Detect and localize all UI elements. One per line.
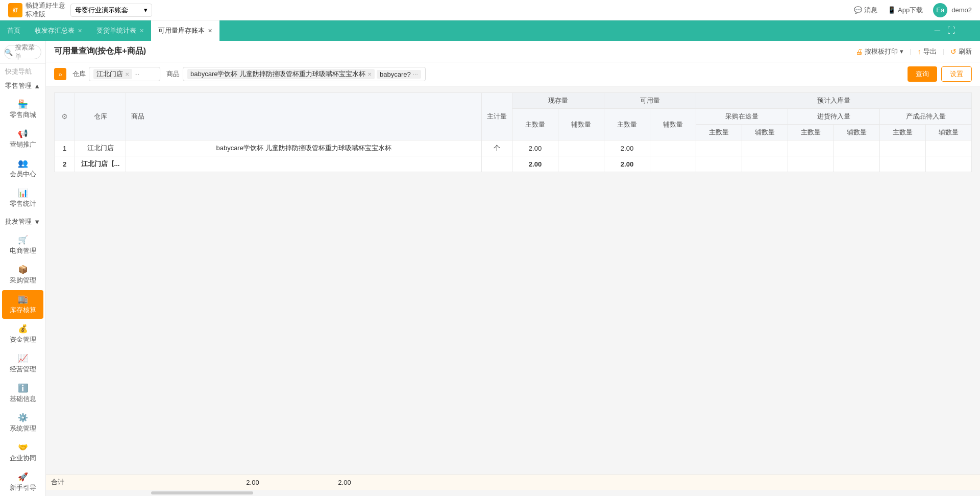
- row2-stock-main: 2.00: [512, 156, 558, 172]
- arrival-group-header: 进货待入量: [788, 109, 880, 125]
- marketing-icon: 📢: [18, 129, 28, 138]
- chevron-down-icon: ▼: [34, 218, 40, 226]
- refresh-icon: ↺: [950, 48, 957, 56]
- table-area: ⚙ 仓库 商品 主计量 现存量 可用量 预计入库量 主数量 辅数量 主数量 辅数…: [46, 86, 980, 474]
- message-action[interactable]: 💬 消息: [854, 6, 877, 15]
- search-icon: 🔍: [5, 49, 13, 56]
- row1-purchase-sub: [742, 140, 788, 156]
- product-more-icon[interactable]: ···: [413, 70, 418, 78]
- row2-avail-sub: [650, 156, 696, 172]
- filter-toggle-button[interactable]: »: [54, 68, 66, 80]
- stock-group-header: 现存量: [512, 93, 604, 109]
- finance-icon: 💰: [18, 324, 28, 334]
- sidebar-search-area: 🔍 搜索菜单: [0, 41, 45, 64]
- sidebar-item-ecommerce[interactable]: 🛒 电商管理: [2, 231, 43, 259]
- export-icon: ↑: [918, 48, 921, 56]
- message-icon: 💬: [854, 6, 862, 14]
- incoming-group-header: 预计入库量: [696, 93, 972, 109]
- row2-stock-sub: [558, 156, 604, 172]
- sidebar-item-purchase[interactable]: 📦 采购管理: [2, 261, 43, 289]
- product-input[interactable]: babycare学饮杯 儿童防摔防撞吸管杯重力球吸嘴杯宝宝水杯 ✕ babyca…: [183, 67, 426, 81]
- sidebar-item-business[interactable]: 📈 经营管理: [2, 349, 43, 378]
- export-action[interactable]: ↑ 导出: [918, 47, 937, 56]
- row2-arrival-sub: [834, 156, 880, 172]
- product-header: 商品: [126, 93, 482, 140]
- row2-no: 2: [55, 156, 75, 172]
- sidebar-item-marketing[interactable]: 📢 营销推广: [2, 125, 43, 153]
- product-tag-1: babycare学饮杯 儿童防摔防撞吸管杯重力球吸嘴杯宝宝水杯 ✕: [187, 69, 375, 79]
- sidebar-item-retail-management[interactable]: 零售管理 ▲: [0, 77, 45, 95]
- tab-close-stock-summary[interactable]: ✕: [78, 28, 82, 34]
- tab-home[interactable]: 首页: [0, 20, 28, 41]
- sidebar-item-finance[interactable]: 💰 资金管理: [2, 320, 43, 348]
- maximize-button[interactable]: ⛶: [945, 25, 958, 36]
- inventory-table: ⚙ 仓库 商品 主计量 现存量 可用量 预计入库量 主数量 辅数量 主数量 辅数…: [54, 92, 972, 172]
- product-tag-1-close[interactable]: ✕: [368, 72, 372, 77]
- sidebar-item-enterprise-collab[interactable]: 🤝 企业协同: [2, 438, 43, 467]
- query-button[interactable]: 查询: [908, 66, 937, 82]
- row1-no: 1: [55, 140, 75, 156]
- row1-avail-sub: [650, 140, 696, 156]
- tab-order-stats[interactable]: 要货单统计表 ✕: [89, 20, 151, 41]
- system-icon: ⚙️: [18, 413, 28, 422]
- minimize-button[interactable]: ─: [933, 25, 942, 36]
- row1-stock-sub: [558, 140, 604, 156]
- app-download-action[interactable]: 📱 App下载: [888, 6, 923, 15]
- logo-text: 畅捷通好生意 标准版: [26, 2, 65, 19]
- top-bar-left: 好 畅捷通好生意 标准版 母婴行业演示账套 ▾: [8, 2, 152, 19]
- row2-purchase-sub: [742, 156, 788, 172]
- row2-unit: [482, 156, 512, 172]
- sidebar-item-system[interactable]: ⚙️ 系统管理: [2, 409, 43, 437]
- sidebar-item-basic-info[interactable]: ℹ️ 基础信息: [2, 379, 43, 408]
- search-button[interactable]: 🔍 搜索菜单: [4, 45, 41, 59]
- inventory-icon: 🏬: [18, 294, 28, 304]
- warehouse-more-icon[interactable]: ···: [134, 70, 139, 78]
- sidebar-item-member-center[interactable]: 👥 会员中心: [2, 154, 43, 183]
- avatar: Ea: [933, 3, 947, 17]
- sidebar-item-retail-mall[interactable]: 🏪 零售商城: [2, 95, 43, 124]
- download-icon: 📱: [888, 6, 896, 14]
- tabs-bar: 首页 收发存汇总表 ✕ 要货单统计表 ✕ 可用量库存账本 ✕ ─ ⛶: [0, 20, 980, 41]
- table-row: 1 江北门店 babycare学饮杯 儿童防摔防撞吸管杯重力球吸嘴杯宝宝水杯 个…: [55, 140, 972, 156]
- chevron-icon: ▲: [34, 82, 40, 90]
- warehouse-tag: 江北门店 ✕: [93, 69, 132, 79]
- footer-avail-main: 2.00: [322, 479, 368, 486]
- horizontal-scrollbar[interactable]: [151, 491, 253, 494]
- logo-icon: 好: [8, 3, 22, 17]
- row1-arrival-sub: [834, 140, 880, 156]
- collab-icon: 🤝: [18, 442, 28, 452]
- quick-nav-label[interactable]: 快捷导航: [0, 64, 45, 77]
- purchase-sub-header: 辅数量: [742, 125, 788, 140]
- sidebar-item-onboarding[interactable]: 🚀 新手引导: [2, 468, 43, 496]
- refresh-action[interactable]: ↺ 刷新: [950, 47, 972, 56]
- row1-production-sub: [926, 140, 972, 156]
- chevron-down-icon: ▾: [144, 6, 148, 14]
- sidebar-item-retail-stats[interactable]: 📊 零售统计: [2, 184, 43, 212]
- tab-close-order-stats[interactable]: ✕: [139, 28, 144, 34]
- account-selector[interactable]: 母婴行业演示账套 ▾: [70, 4, 152, 17]
- tab-available-inventory[interactable]: 可用量库存账本 ✕: [151, 20, 219, 41]
- tab-close-available-inventory[interactable]: ✕: [208, 28, 212, 34]
- sidebar-item-inventory[interactable]: 🏬 库存核算: [2, 290, 43, 319]
- guide-icon: 🚀: [18, 472, 28, 482]
- sidebar-item-wholesale-management[interactable]: 批发管理 ▼: [0, 213, 45, 230]
- row1-arrival-main: [788, 140, 834, 156]
- available-group-header: 可用量: [604, 93, 696, 109]
- info-icon: ℹ️: [18, 383, 28, 393]
- print-action[interactable]: 🖨 按模板打印 ▾: [855, 47, 903, 56]
- logo-area: 好 畅捷通好生意 标准版: [8, 2, 65, 19]
- footer-label: 合计: [51, 478, 148, 487]
- production-main-header: 主数量: [880, 125, 926, 140]
- row1-stock-main: 2.00: [512, 140, 558, 156]
- warehouse-input[interactable]: 江北门店 ✕ ···: [89, 67, 160, 81]
- row2-production-sub: [926, 156, 972, 172]
- warehouse-tag-close[interactable]: ✕: [125, 72, 129, 77]
- footer-stock-main: 2.00: [230, 479, 276, 486]
- main-layout: 🔍 搜索菜单 快捷导航 零售管理 ▲ 🏪 零售商城 📢 营销推广 👥 会员中心 …: [0, 41, 980, 496]
- user-area[interactable]: Ea demo2: [933, 3, 972, 17]
- settings-button[interactable]: 设置: [941, 66, 972, 82]
- tab-stock-summary[interactable]: 收发存汇总表 ✕: [28, 20, 89, 41]
- gear-icon[interactable]: ⚙: [61, 112, 68, 121]
- print-icon: 🖨: [855, 48, 863, 56]
- stock-sub-header: 辅数量: [558, 109, 604, 140]
